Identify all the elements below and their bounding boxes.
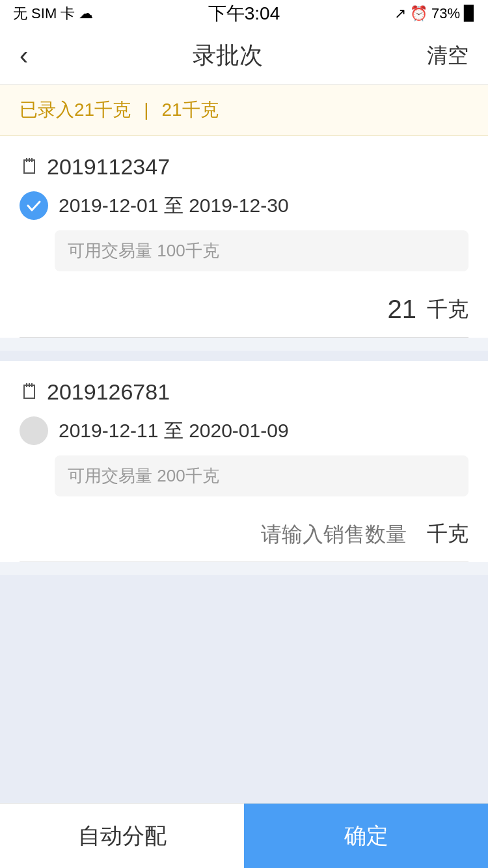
status-left: 无 SIM 卡 ☁ bbox=[13, 4, 93, 23]
batch-checkbox-1[interactable] bbox=[20, 191, 48, 220]
battery-label: 73% bbox=[431, 5, 460, 22]
alarm-icon: ⏰ bbox=[410, 5, 427, 22]
batch-quantity-input-2[interactable] bbox=[20, 522, 416, 547]
summary-recorded: 已录入21千克 bbox=[20, 98, 131, 122]
batch-number-1: 2019112347 bbox=[47, 154, 170, 180]
sim-wifi-label: 无 SIM 卡 ☁ bbox=[13, 4, 93, 23]
batch-quantity-value-1: 21 bbox=[388, 295, 417, 324]
quantity-underline-2 bbox=[20, 562, 468, 562]
status-time: 下午3:04 bbox=[208, 1, 280, 26]
batch-date-1: 2019-12-01 至 2019-12-30 bbox=[59, 193, 289, 219]
battery-icon: ▉ bbox=[464, 5, 475, 22]
batch-quantity-row-2[interactable]: 千克 bbox=[0, 509, 488, 562]
batch-availability-1: 可用交易量 100千克 bbox=[55, 230, 468, 271]
auto-distribute-button[interactable]: 自动分配 bbox=[0, 804, 244, 868]
status-bar: 无 SIM 卡 ☁ 下午3:04 ↗ ⏰ 73% ▉ bbox=[0, 0, 488, 27]
status-right: ↗ ⏰ 73% ▉ bbox=[394, 5, 475, 22]
batch-quantity-row-1: 21 千克 bbox=[0, 284, 488, 337]
bottom-bar: 自动分配 确定 bbox=[0, 803, 488, 868]
batch-checkbox-2[interactable] bbox=[20, 416, 48, 445]
confirm-button[interactable]: 确定 bbox=[244, 804, 488, 868]
summary-bar: 已录入21千克 | 21千克 bbox=[0, 85, 488, 136]
batch-number-2: 2019126781 bbox=[47, 379, 170, 405]
batch-header-2: 🗒 2019126781 bbox=[0, 361, 488, 411]
quantity-underline-1 bbox=[20, 337, 468, 338]
batch-quantity-unit-2: 千克 bbox=[427, 520, 468, 549]
summary-divider: | bbox=[144, 100, 148, 120]
card-separator bbox=[0, 351, 488, 361]
batch-date-row-2: 2019-12-11 至 2020-01-09 bbox=[0, 411, 488, 455]
back-button[interactable]: ‹ bbox=[20, 41, 28, 70]
batch-card-1: 🗒 2019112347 2019-12-01 至 2019-12-30 可用交… bbox=[0, 136, 488, 338]
batch-icon-2: 🗒 bbox=[20, 380, 40, 404]
batch-quantity-unit-1: 千克 bbox=[427, 295, 468, 324]
nav-bar: ‹ 录批次 清空 bbox=[0, 27, 488, 85]
clear-button[interactable]: 清空 bbox=[427, 42, 468, 70]
batch-header-1: 🗒 2019112347 bbox=[0, 136, 488, 186]
batch-icon-1: 🗒 bbox=[20, 155, 40, 179]
location-icon: ↗ bbox=[394, 5, 406, 22]
batch-availability-2: 可用交易量 200千克 bbox=[55, 455, 468, 496]
batch-date-2: 2019-12-11 至 2020-01-09 bbox=[59, 418, 289, 444]
summary-total: 21千克 bbox=[161, 98, 218, 122]
nav-title: 录批次 bbox=[193, 40, 263, 72]
batch-card-2: 🗒 2019126781 2019-12-11 至 2020-01-09 可用交… bbox=[0, 361, 488, 562]
batch-date-row-1: 2019-12-01 至 2019-12-30 bbox=[0, 186, 488, 230]
